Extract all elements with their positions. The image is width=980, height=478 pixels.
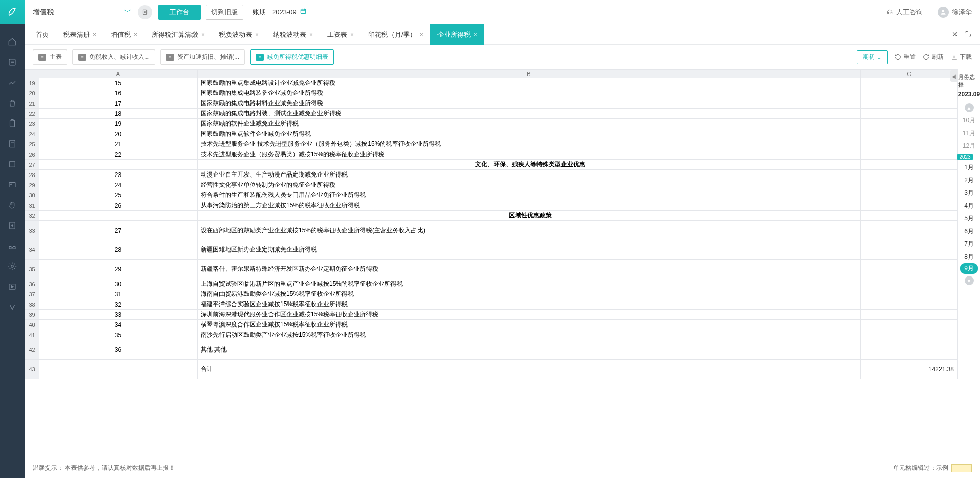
cell[interactable]: 设在西部地区的鼓励类产业企业减按15%的税率征收企业所得税(主营业务收入占比)	[198, 221, 861, 240]
tax-type-dropdown[interactable]: 增值税 ﹀	[33, 7, 132, 17]
tab-8[interactable]: 企业所得税×	[430, 24, 484, 45]
row-number[interactable]: 38	[25, 299, 39, 310]
cell[interactable]: 技术先进型服务企业 技术先进型服务企业（服务外包类）减按15%的税率征收企业所得…	[198, 139, 861, 149]
cell[interactable]: 16	[39, 88, 198, 98]
cell[interactable]: 14221.38	[861, 360, 958, 379]
cell[interactable]: 国家鼓励的重点软件企业减免企业所得税	[198, 129, 861, 139]
cell[interactable]	[861, 279, 958, 289]
tab-7[interactable]: 印花税（月/季）×	[361, 24, 430, 45]
row-number[interactable]: 27	[25, 160, 39, 170]
gear-icon[interactable]	[7, 261, 17, 271]
refresh-button[interactable]: 刷新	[923, 53, 944, 61]
row-number[interactable]: 21	[25, 98, 39, 109]
tab-2[interactable]: 增值税×	[104, 24, 144, 45]
row-number[interactable]: 28	[25, 170, 39, 180]
cell[interactable]: 新疆喀什、霍尔果斯特殊经济开发区新办企业定期免征企业所得税	[198, 260, 861, 279]
row-number[interactable]: 43	[25, 360, 39, 379]
month-item[interactable]: 11月	[963, 127, 975, 140]
export-icon[interactable]	[7, 220, 17, 231]
cell[interactable]: 17	[39, 98, 198, 109]
cell[interactable]: 24	[39, 180, 198, 190]
row-number[interactable]: 20	[25, 88, 39, 98]
cell[interactable]	[861, 330, 958, 340]
chart-icon[interactable]	[7, 78, 17, 88]
hand-icon[interactable]	[7, 200, 17, 210]
cell[interactable]	[861, 221, 958, 240]
cell[interactable]	[861, 211, 958, 221]
cell[interactable]: 上海自贸试验区临港新片区的重点产业企业减按15%的税率征收企业所得税	[198, 279, 861, 289]
calculator-icon[interactable]	[7, 139, 17, 149]
reset-button[interactable]: 重置	[895, 53, 916, 61]
cell[interactable]	[861, 78, 958, 88]
row-number[interactable]: 39	[25, 310, 39, 320]
cell[interactable]: 文化、环保、残疾人等特殊类型企业优惠	[198, 160, 861, 170]
download-button[interactable]: 下载	[951, 53, 972, 61]
cell[interactable]	[861, 139, 958, 149]
cell[interactable]: 25	[39, 190, 198, 200]
close-icon[interactable]: ×	[201, 31, 205, 38]
cell[interactable]	[861, 310, 958, 320]
month-item[interactable]: 2月	[964, 174, 974, 187]
cell[interactable]: 技术先进型服务企业（服务贸易类）减按15%的税率征收企业所得税	[198, 149, 861, 160]
cell[interactable]: 21	[39, 139, 198, 149]
calendar-icon[interactable]	[300, 8, 307, 17]
cell[interactable]: 国家鼓励的重点集成电路设计企业减免企业所得税	[198, 78, 861, 88]
sheet-tab-3[interactable]: ≡减免所得税优惠明细表	[250, 49, 334, 65]
col-header-B[interactable]: B	[198, 70, 861, 78]
cell[interactable]: 福建平潭综合实验区企业减按15%税率征收企业所得税	[198, 299, 861, 310]
cell[interactable]: 19	[39, 119, 198, 129]
month-item[interactable]: 7月	[964, 238, 974, 250]
list-icon[interactable]	[7, 57, 17, 67]
col-header-A[interactable]: A	[39, 70, 198, 78]
row-number[interactable]: 29	[25, 180, 39, 190]
cell[interactable]: 26	[39, 200, 198, 211]
row-number[interactable]: 35	[25, 260, 39, 279]
cell[interactable]: 合计	[198, 360, 861, 379]
period-init-button[interactable]: 期初 ⌄	[857, 50, 888, 64]
cell[interactable]: 18	[39, 109, 198, 119]
cell[interactable]: 动漫企业自主开发、生产动漫产品定期减免企业所得税	[198, 170, 861, 180]
cell[interactable]	[861, 289, 958, 299]
month-item[interactable]: 8月	[964, 250, 974, 263]
cell[interactable]: 国家鼓励的集成电路材料企业减免企业所得税	[198, 98, 861, 109]
spreadsheet-area[interactable]: A B C 1915国家鼓励的重点集成电路设计企业减免企业所得税2016国家鼓励…	[24, 69, 958, 458]
row-number[interactable]: 32	[25, 211, 39, 221]
close-all-icon[interactable]: ×	[952, 29, 958, 40]
inbox-icon[interactable]	[7, 241, 17, 251]
tab-6[interactable]: 工资表×	[320, 24, 361, 45]
cell[interactable]	[861, 119, 958, 129]
month-item[interactable]: 10月	[963, 114, 975, 127]
sheet-tab-2[interactable]: ≡资产加速折旧、摊销(...	[160, 49, 245, 65]
corner-cell[interactable]	[25, 70, 39, 78]
close-icon[interactable]: ×	[350, 31, 354, 38]
cell[interactable]: 32	[39, 299, 198, 310]
cell[interactable]: 22	[39, 149, 198, 160]
close-icon[interactable]: ×	[420, 31, 423, 38]
cell[interactable]	[39, 160, 198, 170]
cell[interactable]: 33	[39, 310, 198, 320]
workspace-button[interactable]: 工作台	[158, 5, 201, 20]
month-item[interactable]: 1月	[964, 161, 974, 174]
cell[interactable]: 23	[39, 170, 198, 180]
cell[interactable]: 新疆困难地区新办企业定期减免企业所得税	[198, 240, 861, 260]
bag-icon[interactable]	[7, 98, 17, 108]
cell[interactable]	[861, 88, 958, 98]
tab-5[interactable]: 纳税波动表×	[266, 24, 320, 45]
cell[interactable]	[861, 180, 958, 190]
row-number[interactable]: 34	[25, 240, 39, 260]
row-number[interactable]: 26	[25, 149, 39, 160]
month-down-icon[interactable]: ▼	[965, 276, 974, 285]
cell[interactable]	[861, 129, 958, 139]
close-icon[interactable]: ×	[474, 31, 477, 38]
image-icon[interactable]	[7, 180, 17, 190]
cell[interactable]: 其他 其他	[198, 340, 861, 360]
col-header-C[interactable]: C	[861, 70, 958, 78]
cell[interactable]: 从事污染防治的第三方企业减按15%的税率征收企业所得税	[198, 200, 861, 211]
cell[interactable]: 29	[39, 260, 198, 279]
cell[interactable]	[861, 320, 958, 330]
month-item[interactable]: 3月	[964, 187, 974, 199]
tab-3[interactable]: 所得税汇算清缴×	[144, 24, 212, 45]
month-up-icon[interactable]: ▲	[965, 103, 974, 112]
cell[interactable]: 国家鼓励的软件企业减免企业所得税	[198, 119, 861, 129]
row-number[interactable]: 42	[25, 340, 39, 360]
